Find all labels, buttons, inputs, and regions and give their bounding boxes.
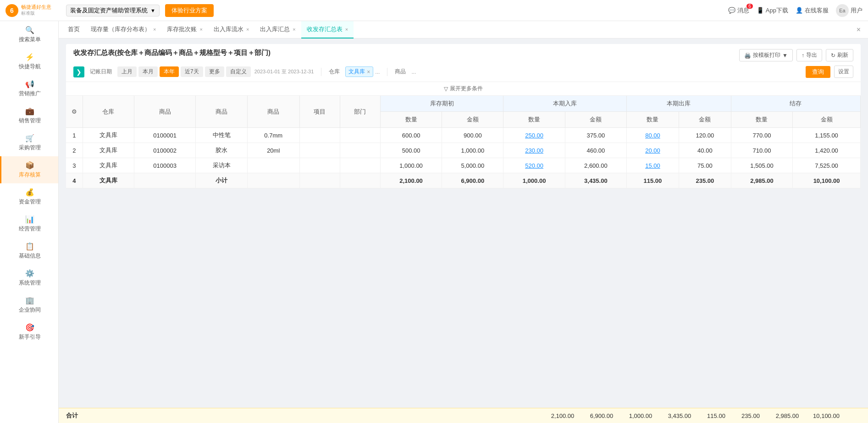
goods-filter-label: 商品 [395, 68, 406, 76]
settings-button[interactable]: 设置 [834, 66, 853, 78]
tab-summary-close[interactable]: × [293, 27, 295, 32]
refresh-icon: ↻ [831, 52, 835, 59]
cell-project [299, 158, 340, 173]
sidebar-label-quick: 快捷导航 [19, 63, 41, 71]
sidebar-item-quick[interactable]: ⚡ 快捷导航 [0, 48, 58, 75]
sidebar-item-guide[interactable]: 🎯 新手引导 [0, 319, 58, 346]
total-label: 合计 [66, 412, 78, 420]
tab-batch[interactable]: 库存批次账 × [161, 21, 208, 38]
total-in-amt: 3,435.00 [659, 412, 700, 419]
sidebar: 🔍 搜索菜单 ⚡ 快捷导航 📢 营销推广 💼 销售管理 🛒 采购管理 📦 库存核… [0, 21, 59, 423]
tab-recv-send-close[interactable]: × [345, 27, 348, 32]
sidebar-item-purchase[interactable]: 🛒 采购管理 [0, 129, 58, 156]
app-download-button[interactable]: 📱 App下载 [757, 6, 788, 15]
tab-bar-close-button[interactable]: × [853, 26, 864, 34]
in-qty-link[interactable]: 230.00 [525, 147, 543, 154]
main-panel: 收发存汇总表(按仓库＋商品编码＋商品＋规格型号＋项目＋部门) 🖨️ 按模板打印 … [66, 44, 861, 188]
cell-bal-qty: 2,985.00 [731, 173, 792, 188]
period-more[interactable]: 更多 [205, 66, 224, 77]
export-button[interactable]: ↑ 导出 [796, 49, 822, 61]
warehouse-more-button[interactable]: ... [375, 69, 380, 75]
system-icon: ⚙️ [25, 269, 34, 278]
out-qty-link[interactable]: 15.00 [645, 162, 660, 169]
col-settings-header[interactable]: ⚙ [66, 96, 83, 128]
in-qty-link[interactable]: 250.00 [525, 132, 543, 139]
tab-batch-close[interactable]: × [199, 27, 202, 32]
print-dropdown-icon: ▼ [782, 52, 788, 59]
top-bar: 6 畅捷通好生意 标准版 装备及固定资产辅助管理系统 ▼ 体验行业方案 💬 消息… [0, 0, 868, 21]
in-qty-link[interactable]: 520.00 [525, 162, 543, 169]
sidebar-item-enterprise[interactable]: 🏢 企业协同 [0, 291, 58, 319]
total-init-qty: 2,100.00 [544, 412, 581, 419]
tab-flow-close[interactable]: × [246, 27, 249, 32]
total-bal-amt: 10,100.00 [806, 412, 847, 419]
col-name-header: 商品 [196, 96, 248, 128]
sidebar-item-inventory[interactable]: 📦 库存核算 [0, 156, 58, 183]
refresh-button[interactable]: ↻ 刷新 [826, 49, 853, 61]
period-last-month[interactable]: 上月 [117, 66, 137, 77]
col-project-header: 项目 [299, 96, 340, 128]
sidebar-item-operation[interactable]: 📊 经营管理 [0, 210, 58, 237]
col-code-header: 商品 [134, 96, 196, 128]
sidebar-item-search[interactable]: 🔍 搜索菜单 [0, 21, 58, 48]
tab-stock-dist[interactable]: 现存量（库存分布表） × [85, 21, 161, 38]
tab-stock-dist-close[interactable]: × [153, 27, 156, 32]
period-this-month[interactable]: 本月 [138, 66, 158, 77]
cell-project [299, 128, 340, 143]
page-header: 收发存汇总表(按仓库＋商品编码＋商品＋规格型号＋项目＋部门) 🖨️ 按模板打印 … [66, 44, 861, 62]
cell-name: 采访本 [196, 158, 248, 173]
sidebar-item-sales[interactable]: 💼 销售管理 [0, 102, 58, 129]
col-spec-header: 商品 [247, 96, 299, 128]
filter-toggle[interactable]: ❯ [73, 66, 84, 77]
sidebar-item-basic[interactable]: 📋 基础信息 [0, 237, 58, 264]
cell-bal-qty: 770.00 [731, 128, 792, 143]
online-service-button[interactable]: 👤 在线客服 [796, 6, 829, 15]
period-this-year[interactable]: 本年 [160, 66, 179, 77]
goods-more-button[interactable]: ... [411, 69, 416, 75]
period-7days[interactable]: 近7天 [181, 66, 203, 77]
sidebar-item-marketing[interactable]: 📢 营销推广 [0, 75, 58, 102]
tab-recv-send[interactable]: 收发存汇总表 × [301, 21, 354, 38]
tab-summary[interactable]: 出入库汇总 × [254, 21, 301, 38]
tab-flow[interactable]: 出入库流水 × [208, 21, 254, 38]
out-qty-link[interactable]: 20.00 [645, 147, 660, 154]
sidebar-item-system[interactable]: ⚙️ 系统管理 [0, 264, 58, 291]
trial-button[interactable]: 体验行业方案 [165, 4, 214, 17]
logo-text: 畅捷通好生意 [21, 4, 51, 10]
enterprise-icon: 🏢 [25, 296, 34, 305]
cell-spec [247, 158, 299, 173]
cell-project [299, 143, 340, 158]
sidebar-label-search: 搜索菜单 [19, 36, 41, 44]
query-button[interactable]: 查询 [806, 66, 830, 78]
export-label: 导出 [806, 51, 817, 59]
warehouse-tag[interactable]: 文具库 × [345, 66, 373, 77]
system-title-dropdown[interactable]: 装备及固定资产辅助管理系统 ▼ [66, 5, 160, 16]
period-custom[interactable]: 自定义 [226, 66, 251, 77]
message-badge: 6 [746, 4, 753, 9]
cell-out-qty: 20.00 [626, 143, 679, 158]
warehouse-tag-close[interactable]: × [367, 69, 370, 75]
total-bal-qty: 2,985.00 [769, 412, 806, 419]
export-icon: ↑ [802, 52, 804, 59]
print-button[interactable]: 🖨️ 按模板打印 ▼ [739, 49, 793, 61]
sidebar-item-finance[interactable]: 💰 资金管理 [0, 183, 58, 210]
col-out-qty-header: 数量 [626, 112, 679, 128]
out-qty-link[interactable]: 80.00 [645, 132, 660, 139]
table-row: 3 文具库 0100003 采访本 1,000.00 5,000.00 520.… [66, 158, 861, 173]
cell-in-qty: 1,000.00 [503, 173, 565, 188]
dropdown-arrow-icon: ▼ [150, 8, 155, 13]
in-qty-value: 1,000.00 [523, 177, 546, 184]
user-button[interactable]: Ea 用户 [836, 4, 862, 17]
period-selector: 上月 本月 本年 近7天 更多 自定义 2023-01-01 至 2023-12… [117, 66, 314, 77]
sidebar-label-finance: 资金管理 [19, 198, 41, 206]
col-bal-header: 结存 [731, 96, 860, 112]
tab-home[interactable]: 首页 [62, 21, 85, 38]
sidebar-label-purchase: 采购管理 [19, 144, 41, 152]
logo-area: 6 畅捷通好生意 标准版 [6, 4, 64, 17]
cell-bal-qty: 1,505.00 [731, 158, 792, 173]
cell-in-amt: 3,435.00 [565, 173, 626, 188]
data-table-container: ⚙ 仓库 商品 商品 商品 项目 部门 库存期初 本期入库 本期出库 结存 [66, 96, 861, 188]
message-button[interactable]: 💬 消息 6 [728, 6, 749, 15]
expand-bar[interactable]: ▽ 展开更多条件 [66, 82, 861, 96]
search-icon: 🔍 [25, 26, 34, 34]
